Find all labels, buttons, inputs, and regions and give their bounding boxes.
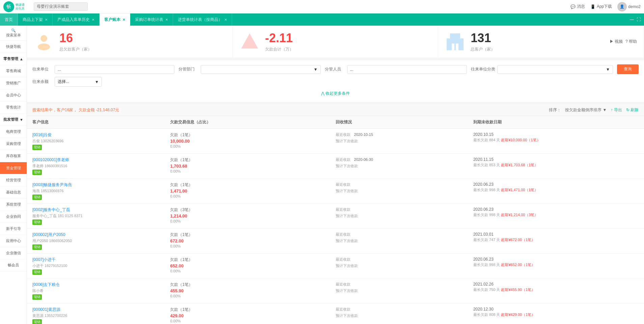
sidebar-item-purchase[interactable]: 采购管理 bbox=[0, 138, 27, 150]
sidebar-item-pro-member[interactable]: 畅会员 bbox=[0, 259, 27, 271]
company-selector[interactable]: 母婴行业演示账套 bbox=[34, 2, 88, 11]
stats-row: 16 总欠款客户（家） -2.11 欠款合计（万） bbox=[27, 26, 644, 58]
chevron-down-balance: ▼ bbox=[95, 80, 99, 84]
close-tab-purchase-stats[interactable]: ✕ bbox=[224, 18, 227, 22]
app-download-btn[interactable]: 📱 App下载 bbox=[590, 4, 612, 9]
debt-amount-2[interactable]: 1,471.00 bbox=[170, 188, 335, 194]
sidebar-item-basic-info[interactable]: 基础信息 bbox=[0, 186, 27, 199]
tab-purchase-summary[interactable]: 采购订单统计表 ✕ bbox=[130, 13, 173, 26]
sidebar-item-member[interactable]: 会员中心 bbox=[0, 89, 27, 101]
debt-amount-7[interactable]: 429.00 bbox=[170, 313, 335, 318]
customer-name-4[interactable]: [000002]用户2050 bbox=[32, 232, 170, 238]
customer-name-3[interactable]: [0002]服务中心_丁磊 bbox=[32, 207, 170, 213]
customer-tag-6: 现销 bbox=[32, 294, 42, 300]
debt-percent-3: 0.00% bbox=[170, 219, 335, 223]
stat-number-customers: 16 bbox=[59, 31, 92, 45]
overdue-link-4[interactable]: 超期¥672.00（1笔） bbox=[501, 238, 535, 242]
overdue-link-5[interactable]: 超期¥652.00（1笔） bbox=[501, 263, 535, 267]
tab-product-history[interactable]: 产成品入库单历史 ✕ bbox=[53, 13, 100, 26]
customer-tag-4: 现销 bbox=[32, 244, 42, 250]
close-tab-product-history[interactable]: ✕ bbox=[92, 18, 94, 22]
sidebar-item-app-center[interactable]: 应用中心 bbox=[0, 235, 27, 247]
stat-number-total: 131 bbox=[471, 31, 495, 45]
sidebar-search[interactable]: 🔍 搜索菜单 bbox=[0, 26, 27, 41]
svg-rect-3 bbox=[447, 38, 464, 50]
debt-count-6: 欠款（1笔） bbox=[170, 282, 335, 288]
category-select[interactable]: ▼ bbox=[497, 65, 613, 74]
next-label-5: 预计下次收款 bbox=[336, 263, 473, 268]
next-label-1: 预计下次收款 bbox=[336, 164, 473, 169]
sidebar-item-new-guide[interactable]: 新手引导 bbox=[0, 223, 27, 235]
filter-category: 往来单位分类 ▼ bbox=[471, 65, 613, 74]
overdue-link-2[interactable]: 超期¥1,471.00（1笔） bbox=[501, 188, 538, 192]
date-info-3: 2020.06.23 最长欠款 998 天 超期¥1,214.00（3笔） bbox=[473, 207, 639, 217]
sidebar-item-wechat[interactable]: 企业微信 bbox=[0, 247, 27, 259]
next-label-4: 预计下次收款 bbox=[336, 238, 473, 243]
overdue-link-1[interactable]: 超期¥1,703.68（1笔） bbox=[501, 163, 538, 167]
due-date-7: 2020.12.30 bbox=[473, 307, 639, 312]
maximize-icon[interactable]: ⛶ bbox=[637, 17, 641, 22]
sidebar-item-retail-mgmt[interactable]: 零售管理 ▲ bbox=[0, 53, 27, 65]
help-btn[interactable]: ? 帮助 bbox=[625, 39, 637, 45]
minimize-icon[interactable]: — bbox=[630, 17, 634, 22]
debt-count-2: 欠款（1笔） bbox=[170, 182, 335, 188]
balance-select[interactable]: 选择... ▼ bbox=[55, 77, 102, 87]
video-btn[interactable]: ▶ 视频 bbox=[610, 39, 623, 45]
close-tab-customer-account[interactable]: ✕ bbox=[122, 18, 125, 22]
debt-percent-5: 0.00% bbox=[170, 269, 335, 273]
debt-amount-5[interactable]: 652.00 bbox=[170, 263, 335, 268]
customer-name-0[interactable]: [0016]吕俊 bbox=[32, 132, 170, 138]
debt-amount-6[interactable]: 455.90 bbox=[170, 288, 335, 293]
source-unit-input[interactable]: ... bbox=[55, 65, 174, 74]
debt-amount-4[interactable]: 672.00 bbox=[170, 238, 335, 243]
tab-product-shelf[interactable]: 商品上下架 ✕ bbox=[18, 13, 53, 26]
sidebar-item-finance[interactable]: 资金管理 bbox=[0, 162, 27, 174]
sidebar-item-batch-mgmt[interactable]: 批发管理 ▼ bbox=[0, 114, 27, 126]
refresh-btn[interactable]: ↻ 刷新 bbox=[626, 107, 639, 113]
sidebar-item-ecommerce[interactable]: 电商管理 bbox=[0, 126, 27, 138]
overdue-link-0[interactable]: 超期¥10,000.00（1笔） bbox=[501, 138, 540, 142]
customer-name-2[interactable]: [0003]畅捷服务尹海燕 bbox=[32, 182, 170, 188]
sidebar-item-system[interactable]: 系统管理 bbox=[0, 199, 27, 211]
overdue-link-6[interactable]: 超期¥455.90（1笔） bbox=[501, 288, 535, 292]
user-avatar[interactable]: 👤 demo2 bbox=[617, 2, 641, 11]
export-btn[interactable]: ↑ 导出 bbox=[611, 107, 622, 113]
close-tab-product-shelf[interactable]: ✕ bbox=[45, 18, 48, 22]
debt-percent-2: 0.00% bbox=[170, 194, 335, 198]
sidebar-item-marketing[interactable]: 营销推广 bbox=[0, 77, 27, 89]
recovery-info-6: 最近收款 预计下次收款 bbox=[336, 282, 473, 293]
customer-name-7[interactable]: [000001]黄思源 bbox=[32, 307, 170, 313]
search-button[interactable]: 查询 bbox=[617, 64, 639, 74]
debt-amount-3[interactable]: 1,214.00 bbox=[170, 213, 335, 218]
close-tab-purchase-summary[interactable]: ✕ bbox=[165, 18, 168, 22]
phone-icon: 📱 bbox=[590, 4, 595, 9]
debt-amount-1[interactable]: 1,703.68 bbox=[170, 164, 335, 169]
overdue-link-3[interactable]: 超期¥1,214.00（3笔） bbox=[501, 213, 538, 217]
dept-select[interactable]: ▼ bbox=[201, 65, 320, 74]
customer-name-6[interactable]: [0006]去下粮仓 bbox=[32, 282, 170, 288]
sidebar-item-quick-nav[interactable]: 快捷导航 bbox=[0, 41, 27, 53]
tab-customer-account[interactable]: 客户账本 ✕ bbox=[100, 13, 130, 26]
customer-phone-6: 陈小希 bbox=[32, 288, 170, 293]
customer-phone-1: 李老师 18600391516 bbox=[32, 164, 170, 169]
debt-amount-0[interactable]: 10,000.00 bbox=[170, 139, 335, 144]
tab-purchase-stats[interactable]: 进货单统计表（按商品） ✕ bbox=[173, 13, 232, 26]
recent-label-6: 最近收款 bbox=[336, 282, 473, 287]
overdue-link-7[interactable]: 超期¥429.00（1笔） bbox=[501, 313, 535, 317]
sidebar-item-retail-stats[interactable]: 零售统计 bbox=[0, 101, 27, 114]
customer-tag-7: 现销 bbox=[32, 319, 42, 324]
person-label: 分管人员 bbox=[325, 66, 345, 72]
recent-label-5: 最近收款 bbox=[336, 257, 473, 262]
customer-phone-4: 用户2050 18665062050 bbox=[32, 238, 170, 243]
customer-name-5[interactable]: [0007]小进干 bbox=[32, 257, 170, 263]
sidebar-item-operations[interactable]: 经营管理 bbox=[0, 174, 27, 186]
sidebar-item-enterprise[interactable]: 企业协同 bbox=[0, 211, 27, 223]
sidebar-item-inventory[interactable]: 库存核算 bbox=[0, 150, 27, 162]
collapse-btn[interactable]: ⋀ 收起更多条件 bbox=[32, 89, 639, 98]
person-input[interactable]: ... bbox=[347, 65, 467, 74]
tab-home[interactable]: 首页 bbox=[0, 13, 18, 26]
sidebar-item-retail-mall[interactable]: 零售商城 bbox=[0, 65, 27, 77]
message-btn[interactable]: 💬 消息 bbox=[570, 4, 585, 9]
sort-option[interactable]: 按欠款金额倒序排序 ▼ bbox=[565, 107, 607, 113]
customer-name-1[interactable]: [0001020001]李老师 bbox=[32, 157, 170, 163]
